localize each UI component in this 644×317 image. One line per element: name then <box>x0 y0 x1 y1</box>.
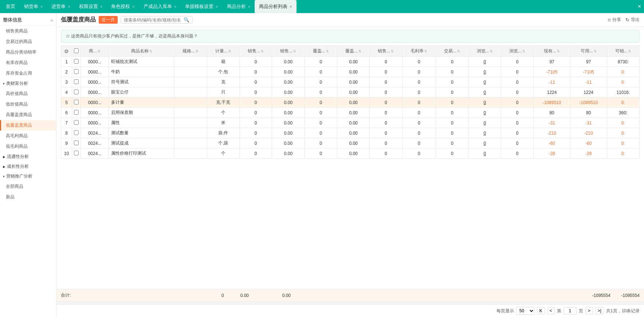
sidebar-item-high-margin[interactable]: 高毛利商品 <box>0 131 56 141</box>
next-page-button[interactable]: > <box>585 307 593 314</box>
sidebar-section3-header[interactable]: ▶ 流通性分析 <box>0 152 56 162</box>
nav-product-analysis-list[interactable]: 商品分析列表 × <box>255 0 296 13</box>
row-checkbox-cell[interactable] <box>72 138 81 148</box>
sidebar-item-all-goods[interactable]: 全部商品 <box>0 181 56 192</box>
nav-product-analysis[interactable]: 商品分析 × <box>223 0 255 13</box>
sidebar-item-low-value[interactable]: 低价值商品 <box>0 99 56 110</box>
search-icon[interactable]: 🔍 <box>184 17 189 23</box>
close-icon[interactable]: × <box>248 4 250 9</box>
col-code[interactable]: 商...⇅ <box>81 46 109 57</box>
col-browse1[interactable]: 浏览...⇅ <box>468 46 501 57</box>
close-icon[interactable]: × <box>40 4 43 9</box>
close-icon[interactable]: × <box>290 4 292 9</box>
window-close-icon[interactable]: × <box>638 3 641 10</box>
nav-sales-order[interactable]: 销货单 × <box>20 0 47 13</box>
col-current[interactable]: 现有...⇅ <box>534 46 570 57</box>
row-browse1[interactable]: 0 <box>468 148 501 159</box>
col-available[interactable]: 可用...⇅ <box>570 46 607 57</box>
close-icon[interactable]: × <box>174 4 176 9</box>
sidebar-item-high-coverage[interactable]: 高覆盖度商品 <box>0 110 56 120</box>
per-page-select[interactable]: 50 100 200 <box>516 307 535 315</box>
col-sales-qty[interactable]: 销售...⇅ <box>239 46 272 57</box>
nav-permission-settings[interactable]: 权限设置 × <box>75 0 107 13</box>
row-browse1[interactable]: 0 <box>468 128 501 138</box>
row-name[interactable]: 眼宝公仔 <box>109 87 174 98</box>
sidebar-item-high-value[interactable]: 高价值商品 <box>0 88 56 99</box>
col-cover1[interactable]: 覆盖...⇅ <box>305 46 337 57</box>
row-name[interactable]: 符号测试 <box>109 77 174 87</box>
time-filter-button[interactable]: 近一月 <box>99 16 118 24</box>
horizontal-scrollbar[interactable] <box>56 301 644 304</box>
row-browse1[interactable]: 0 <box>468 98 501 108</box>
col-unit[interactable]: 计量...⇅ <box>207 46 239 57</box>
row-browse1[interactable]: 0 <box>468 87 501 98</box>
row-checkbox[interactable] <box>74 140 79 145</box>
sidebar-item-low-coverage[interactable]: 低覆盖度商品 <box>0 120 56 131</box>
row-name[interactable]: 测试数量 <box>109 128 174 138</box>
col-gear[interactable]: ⚙ <box>61 46 72 57</box>
first-page-button[interactable]: K <box>537 307 545 314</box>
close-icon[interactable]: × <box>132 4 134 9</box>
row-browse1[interactable]: 0 <box>468 77 501 87</box>
sidebar-collapse-btn[interactable]: « <box>50 17 53 23</box>
col-saleable[interactable]: 可销...⇅ <box>607 46 639 57</box>
sidebar-section5-header[interactable]: ▾ 营销推广分析 <box>0 171 56 181</box>
col-trade[interactable]: 交易...⇅ <box>436 46 468 57</box>
close-icon[interactable]: × <box>100 4 102 9</box>
row-checkbox-cell[interactable] <box>72 118 81 128</box>
sidebar-item-low-margin[interactable]: 低毛利商品 <box>0 141 56 152</box>
row-checkbox-cell[interactable] <box>72 98 81 108</box>
row-browse1[interactable]: 0 <box>468 57 501 67</box>
export-button[interactable]: ↻ 导出 <box>625 17 640 23</box>
row-checkbox-cell[interactable] <box>72 57 81 67</box>
row-name[interactable]: 旺铺批次测试 <box>109 57 174 67</box>
nav-template-settings[interactable]: 单据模板设置 × <box>181 0 222 13</box>
row-browse1[interactable]: 0 <box>468 118 501 128</box>
row-checkbox[interactable] <box>74 151 79 155</box>
share-button[interactable]: ⎋ 分享 <box>608 17 621 23</box>
sidebar-item-in-stock[interactable]: 有库存商品 <box>0 58 56 68</box>
nav-home[interactable]: 首页 <box>1 0 20 13</box>
last-page-button[interactable]: >| <box>595 307 604 314</box>
select-all-checkbox[interactable] <box>74 48 79 53</box>
row-checkbox[interactable] <box>74 120 79 125</box>
sidebar-item-new-goods[interactable]: 新品 <box>0 192 56 202</box>
gear-icon[interactable]: ⚙ <box>64 48 69 54</box>
close-icon[interactable]: × <box>216 4 218 9</box>
row-checkbox[interactable] <box>74 100 79 104</box>
sidebar-item-category-rate[interactable]: 商品分类动销率 <box>0 47 56 58</box>
sidebar-section2-header[interactable]: ▾ 类财富分析 <box>0 79 56 88</box>
row-name[interactable]: 多计量 <box>109 98 174 108</box>
row-browse1[interactable]: 0 <box>468 138 501 148</box>
row-checkbox[interactable] <box>74 130 79 135</box>
col-browse2[interactable]: 浏览...⇅ <box>501 46 533 57</box>
row-name[interactable]: 属性价格打印测试 <box>109 148 174 159</box>
row-name[interactable]: 启用保质期 <box>109 108 174 118</box>
col-gross[interactable]: 毛利率⇅ <box>402 46 436 57</box>
col-cover2[interactable]: 覆盖...⇅ <box>337 46 369 57</box>
row-checkbox-cell[interactable] <box>72 67 81 77</box>
sidebar-item-inventory-capital[interactable]: 库存资金占用 <box>0 68 56 79</box>
row-checkbox-cell[interactable] <box>72 87 81 98</box>
row-checkbox[interactable] <box>74 90 79 94</box>
prev-page-button[interactable]: < <box>547 307 555 314</box>
sidebar-item-traded-goods[interactable]: 交易过的商品 <box>0 36 56 47</box>
row-name[interactable]: 属性 <box>109 118 174 128</box>
row-name[interactable]: 测试提成 <box>109 138 174 148</box>
col-name[interactable]: 商品名称⇅ <box>109 46 174 57</box>
row-browse1[interactable]: 0 <box>468 108 501 118</box>
row-checkbox[interactable] <box>74 110 79 115</box>
row-checkbox-cell[interactable] <box>72 77 81 87</box>
row-checkbox-cell[interactable] <box>72 108 81 118</box>
row-checkbox-cell[interactable] <box>72 128 81 138</box>
close-icon[interactable]: × <box>68 4 70 9</box>
row-checkbox[interactable] <box>74 59 79 64</box>
nav-product-inbound[interactable]: 产成品入库单 × <box>139 0 181 13</box>
col-sales-amt[interactable]: 销售...⇅ <box>272 46 305 57</box>
page-input[interactable] <box>564 307 577 314</box>
row-checkbox[interactable] <box>74 79 79 84</box>
row-checkbox[interactable] <box>74 69 79 74</box>
sidebar-item-sales-goods[interactable]: 销售类商品 <box>0 26 56 36</box>
row-browse1[interactable]: 0 <box>468 67 501 77</box>
nav-role-auth[interactable]: 角色授权 × <box>107 0 139 13</box>
